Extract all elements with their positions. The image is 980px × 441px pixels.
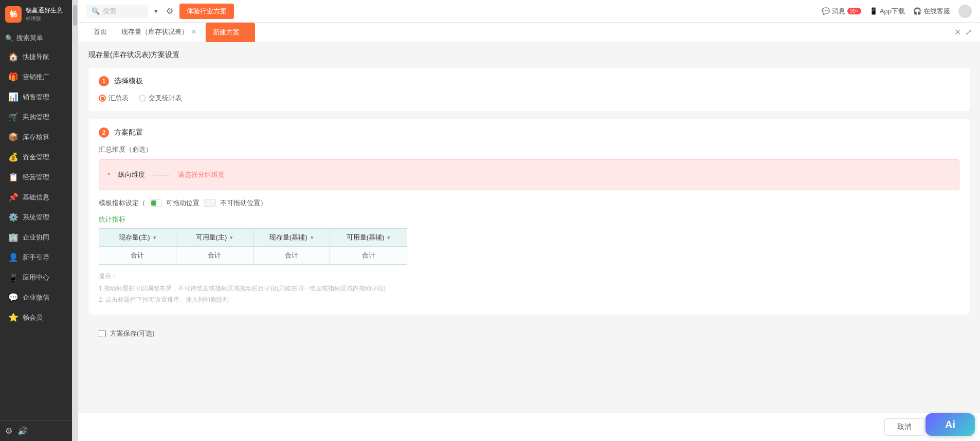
logo-icon: 畅 [5, 6, 22, 23]
sidebar-item-label: 系统管理 [23, 213, 49, 222]
dimension-placeholder: 请选择分组维度 [178, 170, 225, 179]
step2-title: 方案配置 [114, 128, 143, 137]
sidebar-item-purchase[interactable]: 🛒 采购管理 [0, 107, 72, 127]
sidebar-item-label: 资金管理 [23, 153, 49, 162]
col-aux-stock-label: 现存量(基辅) [269, 233, 307, 242]
tab-new-plan[interactable]: 新建方案 ✕ [206, 23, 255, 42]
tab-home[interactable]: 首页 [86, 23, 114, 42]
app-download-label: App下载 [880, 7, 905, 16]
sidebar-item-inventory[interactable]: 📦 库存核算 [0, 127, 72, 147]
indicator-settings-row: 模板指标设定（ 可拖动位置 不可拖动位置） [99, 198, 959, 208]
tab-expand-icon[interactable]: ⤢ [965, 27, 972, 37]
no-drag-label: 不可拖动位置） [220, 198, 267, 208]
app-download-button[interactable]: 📱 App下载 [869, 7, 905, 16]
sidebar-item-label: 企业协同 [23, 233, 49, 242]
sidebar-item-onboarding[interactable]: 👤 新手引导 [0, 247, 72, 267]
sidebar-item-label: 应用中心 [23, 273, 49, 282]
tips-section: 提示： 1.拖动标题栏可以调整布局，不可跨维度或指标区域拖动栏目字段(只能在同一… [99, 272, 959, 304]
mobile-icon: 📱 [8, 272, 19, 282]
box-icon: 📦 [8, 132, 19, 142]
gear-icon: ⚙️ [8, 212, 19, 222]
message-button[interactable]: 💬 消息 99+ [822, 7, 861, 16]
step1-title: 选择模板 [114, 77, 143, 86]
message-badge: 99+ [847, 8, 861, 14]
sidebar-item-membership[interactable]: ⭐ 畅会员 [0, 307, 72, 327]
sidebar-item-app-center[interactable]: 📱 应用中心 [0, 267, 72, 287]
sidebar-item-finance[interactable]: 💰 资金管理 [0, 147, 72, 167]
step1-header: 1 选择模板 [99, 76, 959, 86]
topbar-gear-icon[interactable]: ⚙ [166, 6, 173, 16]
template-radio-group: 汇总表 交叉统计表 [99, 94, 959, 103]
col-aux-stock[interactable]: 现存量(基辅) ▾ [253, 229, 330, 247]
dimension-box[interactable]: * 纵向维度 —— 请选择分组维度 [99, 159, 959, 190]
home-icon: 🏠 [8, 52, 19, 62]
col-available-aux-label: 可用量(基辅) [347, 233, 385, 242]
sidebar-item-wechat[interactable]: 💬 企业微信 [0, 287, 72, 307]
main-area: 🔍 搜索 ▾ ⚙ 体验行业方案 💬 消息 99+ 📱 App下载 🎧 在线客服 [78, 0, 980, 441]
radio-cross[interactable]: 交叉统计表 [139, 94, 182, 103]
sidebar-item-label: 新手引导 [23, 253, 49, 262]
sidebar-item-label: 快捷导航 [23, 52, 49, 62]
topbar-search[interactable]: 🔍 搜索 [86, 5, 148, 18]
dimension-name: 纵向维度 [118, 170, 145, 179]
sidebar-logo: 畅 畅赢通好生意 标准版 [0, 0, 72, 29]
indicator-label: 模板指标设定（ 可拖动位置 不可拖动位置） [99, 198, 959, 208]
ai-fab-button[interactable]: Ai [925, 413, 975, 436]
tab-close-window-icon[interactable]: ✕ [954, 27, 961, 37]
dimension-label: 汇总维度（必选） [99, 145, 959, 154]
col-main-stock[interactable]: 现存量(主) ▾ [99, 229, 176, 247]
search-icon: 🔍 [5, 34, 13, 42]
pin-icon: 📌 [8, 192, 19, 202]
required-mark: * [107, 171, 110, 179]
sidebar: 畅 畅赢通好生意 标准版 🔍 搜索菜单 🏠 快捷导航 🎁 营销推广 📊 销售管理… [0, 0, 72, 441]
indicator-settings-text: 模板指标设定（ [99, 198, 146, 208]
sidebar-item-quick-nav[interactable]: 🏠 快捷导航 [0, 47, 72, 67]
col-available-main-chevron: ▾ [230, 234, 233, 241]
topbar-dropdown[interactable]: ▾ [154, 7, 158, 15]
tab-home-label: 首页 [94, 27, 107, 36]
col-available-aux[interactable]: 可用量(基辅) ▾ [330, 229, 407, 247]
volume-icon[interactable]: 🔊 [17, 426, 28, 436]
step1-num: 1 [99, 76, 109, 86]
sidebar-item-marketing[interactable]: 🎁 营销推广 [0, 67, 72, 87]
save-checkbox[interactable] [99, 330, 106, 337]
star-icon: ⭐ [8, 313, 19, 322]
radio-summary[interactable]: 汇总表 [99, 94, 129, 103]
step2-num: 2 [99, 127, 109, 138]
tab-new-plan-close-icon[interactable]: ✕ [243, 29, 248, 36]
col-available-main[interactable]: 可用量(主) ▾ [176, 229, 253, 247]
trial-button[interactable]: 体验行业方案 [179, 4, 234, 19]
save-row: 方案保存(可选) [88, 323, 970, 344]
sidebar-item-label: 畅会员 [23, 313, 43, 322]
logo-text: 畅赢通好生意 [26, 7, 63, 15]
sidebar-item-label: 库存核算 [23, 133, 49, 142]
logo-sub: 标准版 [26, 15, 63, 22]
sidebar-item-basic-info[interactable]: 📌 基础信息 [0, 187, 72, 207]
sidebar-bottom: ⚙ 🔊 [0, 420, 72, 441]
avatar[interactable] [958, 5, 972, 18]
sidebar-item-operations[interactable]: 📋 经营管理 [0, 167, 72, 187]
tab-inventory-label: 现存量（库存状况表） [121, 27, 188, 36]
no-drag-badge [204, 199, 216, 207]
radio-circle-cross [139, 95, 146, 102]
tabs-bar: 首页 现存量（库存状况表） ✕ 新建方案 ✕ ✕ ⤢ [78, 23, 980, 42]
tab-inventory-status[interactable]: 现存量（库存状况表） ✕ [114, 23, 204, 42]
settings-bottom-icon[interactable]: ⚙ [5, 426, 12, 436]
scroll-thumb[interactable] [73, 5, 77, 26]
sidebar-scrollbar[interactable] [72, 0, 78, 441]
sidebar-item-sys-mgmt[interactable]: ⚙️ 系统管理 [0, 207, 72, 227]
sidebar-item-label: 基础信息 [23, 193, 49, 202]
headset-icon: 🎧 [913, 7, 921, 15]
online-service-button[interactable]: 🎧 在线客服 [913, 7, 950, 16]
sidebar-item-sales[interactable]: 📊 销售管理 [0, 87, 72, 107]
sidebar-search[interactable]: 🔍 搜索菜单 [0, 29, 72, 47]
topbar: 🔍 搜索 ▾ ⚙ 体验行业方案 💬 消息 99+ 📱 App下载 🎧 在线客服 [78, 0, 980, 23]
cancel-button[interactable]: 取消 [884, 418, 924, 436]
cell-aux-stock-sub: 合计 [253, 247, 330, 265]
tips-item-1: 1.拖动标题栏可以调整布局，不可跨维度或指标区域拖动栏目字段(只能在同一维度或指… [99, 284, 959, 293]
sidebar-nav: 🏠 快捷导航 🎁 营销推广 📊 销售管理 🛒 采购管理 📦 库存核算 💰 资金管… [0, 47, 72, 420]
chart-icon: 📊 [8, 92, 19, 102]
sidebar-item-enterprise[interactable]: 🏢 企业协同 [0, 227, 72, 247]
tab-inventory-close-icon[interactable]: ✕ [191, 28, 196, 35]
content-area: 现存量(库存状况表)方案设置 1 选择模板 汇总表 交叉统计表 2 [78, 42, 980, 413]
